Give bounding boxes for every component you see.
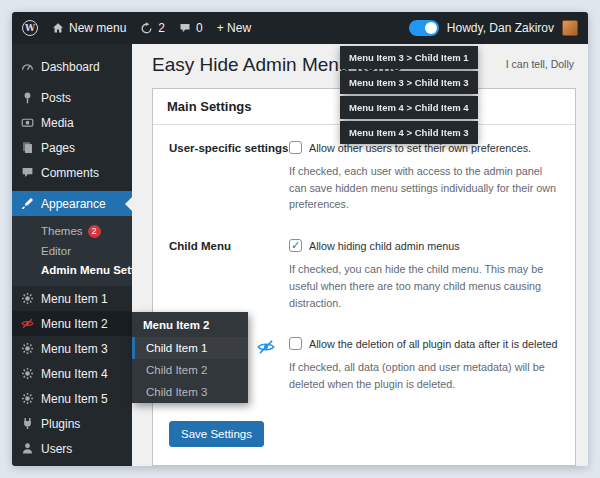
updates-icon <box>140 22 153 35</box>
wordpress-logo-icon <box>22 20 38 36</box>
setting-label: Child Menu <box>169 239 289 311</box>
users-icon <box>20 442 34 456</box>
checkbox[interactable] <box>289 337 302 350</box>
sidebar-item-dashboard[interactable]: Dashboard <box>12 54 132 79</box>
submenu-item-themes[interactable]: Themes 2 <box>12 221 132 241</box>
checkbox-mark: ✓ <box>291 240 300 251</box>
gear-icon <box>20 392 34 406</box>
setting-description: If checked, all data (option and user me… <box>289 359 557 392</box>
media-camera-icon <box>20 116 34 130</box>
sidebar-label: Users <box>41 442 72 456</box>
dashboard-icon <box>20 60 34 74</box>
checkbox-label: Allow hiding child admin menus <box>309 239 460 252</box>
themes-update-badge: 2 <box>88 225 101 238</box>
admin-bar-left: New menu 2 0 + New <box>22 20 251 36</box>
plug-icon <box>20 417 34 431</box>
checkbox[interactable]: ✓ <box>289 239 302 252</box>
setting-label: User-specific settings <box>169 141 289 213</box>
sidebar-item-posts[interactable]: Posts <box>12 85 132 110</box>
sidebar-item-media[interactable]: Media <box>12 110 132 135</box>
comments-bubble-icon <box>179 22 191 34</box>
comments-indicator[interactable]: 0 <box>179 21 203 35</box>
submenu-label: Editor <box>41 245 71 257</box>
sidebar-label: Appearance <box>41 197 106 211</box>
submenu-label: Themes <box>41 225 83 237</box>
setting-row-user-specific: User-specific settings Allow other users… <box>169 141 561 213</box>
sidebar-item-pages[interactable]: Pages <box>12 135 132 160</box>
setting-control: ✓ Allow hiding child admin menus If chec… <box>289 239 561 311</box>
comments-count: 0 <box>196 21 203 35</box>
dropdown-option[interactable]: Menu Item 4 > Child Item 3 <box>340 121 478 144</box>
flyout-title: Menu Item 2 <box>132 312 248 337</box>
appearance-submenu: Themes 2 Editor Admin Menu Settings <box>12 216 132 286</box>
card-body: User-specific settings Allow other users… <box>153 125 575 465</box>
page-frame: New menu 2 0 + New <box>0 0 600 478</box>
sidebar-label: Menu Item 1 <box>41 292 108 306</box>
dropdown-option[interactable]: Menu Item 4 > Child Item 4 <box>340 96 478 119</box>
home-icon <box>52 22 64 34</box>
sidebar-label: Posts <box>41 91 71 105</box>
dolly-quote: I can tell, Dolly <box>506 58 574 70</box>
pages-icon <box>20 141 34 155</box>
sidebar-label: Dashboard <box>41 60 100 74</box>
sidebar-item-appearance[interactable]: Appearance <box>12 191 132 216</box>
sidebar-label: Menu Item 4 <box>41 367 108 381</box>
sidebar-label: Pages <box>41 141 75 155</box>
sidebar-item-comments[interactable]: Comments <box>12 160 132 185</box>
setting-description: If checked, you can hide the child menu.… <box>289 261 557 311</box>
user-avatar[interactable] <box>562 20 578 36</box>
checkbox-row[interactable]: Allow the deletion of all plugin data af… <box>289 337 561 350</box>
updates-indicator[interactable]: 2 <box>140 21 165 35</box>
setting-row-child-menu: Child Menu ✓ Allow hiding child admin me… <box>169 239 561 311</box>
sidebar-item-menu-item-5[interactable]: Menu Item 5 <box>12 386 132 411</box>
sidebar-label: Menu Item 3 <box>41 342 108 356</box>
sidebar-label: Comments <box>41 166 99 180</box>
flyout-item-child-2[interactable]: Child Item 2 <box>132 359 248 381</box>
toggle-switch[interactable] <box>409 20 439 36</box>
submenu-item-admin-menu-settings[interactable]: Admin Menu Settings <box>12 260 132 279</box>
sidebar-label: Media <box>41 116 74 130</box>
comments-bubble-icon <box>20 166 34 180</box>
menu-item-2-flyout: Menu Item 2 Child Item 1 Child Item 2 Ch… <box>132 312 248 403</box>
hidden-eye-slash-icon[interactable] <box>257 338 275 392</box>
sidebar-label: Menu Item 5 <box>41 392 108 406</box>
admin-bar-right: Howdy, Dan Zakirov <box>409 20 578 36</box>
posts-pin-icon <box>20 91 34 105</box>
submenu-item-editor[interactable]: Editor <box>12 241 132 260</box>
wordpress-menu-button[interactable] <box>22 20 38 36</box>
checkbox[interactable] <box>289 141 302 154</box>
checkbox-label: Allow the deletion of all plugin data af… <box>309 337 558 350</box>
site-name-link[interactable]: New menu <box>52 21 126 35</box>
sidebar-item-menu-item-4[interactable]: Menu Item 4 <box>12 361 132 386</box>
gear-icon <box>20 292 34 306</box>
save-settings-button[interactable]: Save Settings <box>169 421 264 447</box>
setting-description: If checked, each user with access to the… <box>289 163 557 213</box>
admin-sidebar: Dashboard Posts Media Pages <box>12 44 132 466</box>
setting-control: Allow other users to set their own prefe… <box>289 141 561 213</box>
admin-bar: New menu 2 0 + New <box>12 12 588 44</box>
new-content-button[interactable]: + New <box>217 21 251 35</box>
gear-icon <box>20 367 34 381</box>
appearance-brush-icon <box>20 197 34 211</box>
hidden-items-dropdown: Menu Item 3 > Child Item 1 Menu Item 3 >… <box>340 46 478 146</box>
setting-control: Allow the deletion of all plugin data af… <box>289 337 561 392</box>
sidebar-item-plugins[interactable]: Plugins <box>12 411 132 436</box>
admin-body: Dashboard Posts Media Pages <box>12 44 588 466</box>
sidebar-item-menu-item-3[interactable]: Menu Item 3 <box>12 336 132 361</box>
site-name-label: New menu <box>69 21 126 35</box>
sidebar-item-users[interactable]: Users <box>12 436 132 461</box>
sidebar-item-menu-item-1[interactable]: Menu Item 1 <box>12 286 132 311</box>
flyout-item-child-1[interactable]: Child Item 1 <box>132 337 248 359</box>
howdy-account-link[interactable]: Howdy, Dan Zakirov <box>447 21 554 35</box>
wordpress-admin-screen: New menu 2 0 + New <box>12 12 588 466</box>
gear-icon <box>20 342 34 356</box>
toggle-knob <box>425 22 437 34</box>
sidebar-label: Menu Item 2 <box>41 317 108 331</box>
updates-count: 2 <box>158 21 165 35</box>
sidebar-item-menu-item-2[interactable]: Menu Item 2 <box>12 311 132 336</box>
dropdown-option[interactable]: Menu Item 3 > Child Item 1 <box>340 46 478 69</box>
dropdown-option[interactable]: Menu Item 3 > Child Item 3 <box>340 71 478 94</box>
flyout-item-child-3[interactable]: Child Item 3 <box>132 381 248 403</box>
sidebar-label: Plugins <box>41 417 80 431</box>
checkbox-row[interactable]: ✓ Allow hiding child admin menus <box>289 239 561 252</box>
